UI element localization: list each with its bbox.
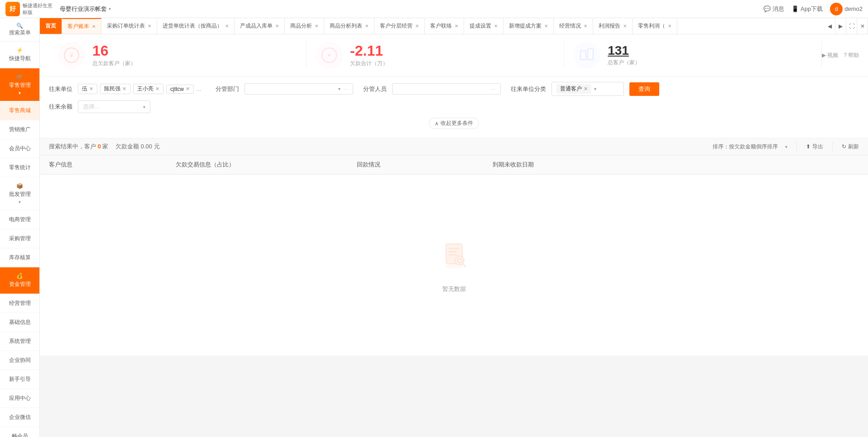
- tab-close-profit[interactable]: ✕: [623, 24, 627, 28]
- sidebar-item-quick-nav[interactable]: ⚡ 快捷导航: [0, 42, 39, 68]
- tab-close-customer-book[interactable]: ✕: [92, 24, 96, 29]
- tab-close-new-promotion[interactable]: ✕: [544, 24, 548, 28]
- sidebar-item-corp-collab[interactable]: 企业协同: [0, 351, 39, 356]
- export-label: 导出: [812, 143, 823, 151]
- sidebar-item-basic-info[interactable]: 基础信息: [0, 313, 39, 332]
- unit-type-tag-close[interactable]: ✕: [584, 86, 588, 92]
- stat-debit-customers-content: 16 总欠款客户（家）: [92, 43, 136, 67]
- balance-dropdown-icon: ▾: [143, 104, 145, 109]
- export-icon: ⬆: [806, 143, 810, 150]
- sidebar-item-retail-stats[interactable]: 零售统计: [0, 158, 39, 177]
- tag-cjttcw-close[interactable]: ✕: [186, 86, 190, 92]
- tab-product-analysis[interactable]: 商品分析 ✕: [285, 18, 324, 34]
- tab-close-promotion[interactable]: ✕: [494, 24, 498, 28]
- collapse-area: ∧ 收起更多条件: [49, 118, 859, 129]
- unit-type-tag: 普通客户 ✕: [556, 84, 591, 94]
- collapse-label: 收起更多条件: [441, 119, 473, 127]
- tab-close-operation[interactable]: ✕: [584, 24, 587, 28]
- tab-product-analysis-list[interactable]: 商品分析列表 ✕: [324, 18, 374, 34]
- tab-purchase-order[interactable]: 采购订单统计表 ✕: [101, 18, 157, 34]
- sidebar-item-wholesale[interactable]: 📦 批发管理: [0, 177, 39, 210]
- tab-new-promotion[interactable]: 新增提成方案 ✕: [504, 18, 554, 34]
- tab-close-purchase-stats[interactable]: ✕: [225, 24, 229, 28]
- tab-close-product[interactable]: ✕: [315, 24, 318, 28]
- stat-block-total-customers: 131 总客户（家）: [564, 42, 822, 69]
- sidebar-item-retail[interactable]: 🛒 零售管理: [0, 68, 39, 101]
- tab-purchase-stats[interactable]: 进货单统计表（按商品） ✕: [157, 18, 235, 34]
- tab-promotion-settings[interactable]: 提成设置 ✕: [464, 18, 504, 34]
- profit-tab-label: 利润报告: [599, 22, 620, 30]
- tab-close-customer-tier[interactable]: ✕: [415, 24, 419, 28]
- tab-prev-btn[interactable]: ◀: [825, 18, 835, 34]
- filter-tag-chen: 陈民强 ✕: [100, 84, 130, 94]
- store-selector[interactable]: 母婴行业演示帐套 ▾: [56, 3, 115, 15]
- tab-close-purchase-order[interactable]: ✕: [148, 24, 151, 28]
- app-download-button[interactable]: 📱 App下载: [791, 5, 823, 13]
- tab-operation[interactable]: 经营情况 ✕: [554, 18, 593, 34]
- tab-close-all-btn[interactable]: ✕: [857, 18, 868, 34]
- debit-total-icon: ✦: [316, 42, 343, 69]
- tag-chen-close[interactable]: ✕: [122, 86, 126, 92]
- sidebar-item-member[interactable]: 会员中心: [0, 139, 39, 158]
- refresh-button[interactable]: ↻ 刷新: [842, 143, 859, 151]
- sidebar-item-marketing[interactable]: 营销推广: [0, 120, 39, 139]
- person-select[interactable]: ···: [392, 83, 501, 95]
- sidebar-item-finance[interactable]: 💰 资金管理: [0, 267, 39, 294]
- tab-produce-instock[interactable]: 产成品入库单 ✕: [235, 18, 285, 34]
- sidebar-item-business-mgmt[interactable]: 经营管理: [0, 294, 39, 313]
- tab-home[interactable]: 首页: [40, 18, 62, 34]
- tab-close-customer-connect[interactable]: ✕: [455, 24, 458, 28]
- tab-bar: 首页 客户账本 ✕ 采购订单统计表 ✕ 进货单统计表（按商品） ✕ 产成品入库单…: [40, 18, 868, 34]
- sidebar-search[interactable]: 🔍 搜索菜单: [0, 18, 39, 42]
- refresh-icon: ↻: [842, 143, 846, 150]
- message-button[interactable]: 💬 消息: [763, 5, 784, 13]
- search-result-text: 搜索结果中，客户: [49, 143, 96, 150]
- tab-close-produce[interactable]: ✕: [275, 24, 279, 28]
- empty-icon: [436, 237, 472, 280]
- tag-wu-close[interactable]: ✕: [89, 86, 93, 92]
- collapse-button[interactable]: ∧ 收起更多条件: [429, 118, 479, 129]
- tab-customer-book[interactable]: 客户账本 ✕: [62, 18, 101, 34]
- tab-close-retail-profit[interactable]: ✕: [668, 24, 671, 28]
- sidebar-item-system[interactable]: 系统管理: [0, 332, 39, 351]
- svg-text:¥: ¥: [69, 52, 73, 59]
- tag-wang-close[interactable]: ✕: [155, 86, 159, 92]
- filter-tag-wu: 伍 ✕: [78, 84, 97, 94]
- query-button[interactable]: 查询: [629, 82, 659, 96]
- balance-select[interactable]: 选择... ▾: [78, 100, 150, 113]
- dept-select[interactable]: ▾ ···: [245, 83, 353, 95]
- sidebar-retail-label: 零售管理: [9, 81, 31, 89]
- sidebar-finance-label: 资金管理: [9, 280, 31, 288]
- tab-customer-tier[interactable]: 客户分层经营 ✕: [374, 18, 425, 34]
- sidebar-purchase-label: 采购管理: [9, 235, 31, 242]
- unit-type-select[interactable]: 普通客户 ✕ ▾: [551, 82, 624, 96]
- balance-placeholder: 选择...: [83, 103, 140, 111]
- tab-fullscreen-btn[interactable]: ⛶: [846, 18, 857, 34]
- search-icon: 🔍: [16, 23, 23, 29]
- stats-bar: ¥ 16 总欠款客户（家） ✦ -2.11 欠款合计（万）: [40, 34, 868, 76]
- dept-dropdown-icon: ▾: [338, 86, 340, 91]
- user-menu[interactable]: d demo2: [830, 3, 863, 15]
- empty-text: 暂无数据: [442, 285, 466, 293]
- svg-rect-9: [449, 251, 457, 252]
- sidebar-item-ecommerce[interactable]: 电商管理: [0, 210, 39, 229]
- video-link[interactable]: ▶ 视频: [822, 52, 838, 59]
- sidebar-quick-nav-label: 快捷导航: [9, 55, 31, 62]
- tab-retail-profit[interactable]: 零售利润（ ✕: [633, 18, 677, 34]
- sidebar-item-inventory[interactable]: 库存核算: [0, 248, 39, 267]
- tab-profit[interactable]: 利润报告 ✕: [593, 18, 633, 34]
- sidebar-item-retail-mall[interactable]: 零售商城: [0, 101, 39, 120]
- tab-close-product-list[interactable]: ✕: [365, 24, 369, 28]
- sort-dropdown-icon[interactable]: ▾: [785, 144, 787, 149]
- export-button[interactable]: ⬆ 导出: [806, 143, 823, 151]
- customer-unit: 家: [102, 143, 108, 150]
- sidebar-marketing-label: 营销推广: [9, 126, 31, 133]
- tab-customer-connect[interactable]: 客户联络 ✕: [425, 18, 464, 34]
- more-tags[interactable]: ...: [197, 86, 201, 92]
- sidebar-item-purchase[interactable]: 采购管理: [0, 229, 39, 248]
- help-link[interactable]: ? 帮助: [844, 52, 859, 59]
- col1-header: 客户信息: [49, 161, 176, 169]
- svg-line-13: [463, 264, 465, 266]
- tab-next-btn[interactable]: ▶: [835, 18, 846, 34]
- table-header: 客户信息 欠款交易信息（占比） 回款情况 到期未收款日期: [40, 155, 868, 175]
